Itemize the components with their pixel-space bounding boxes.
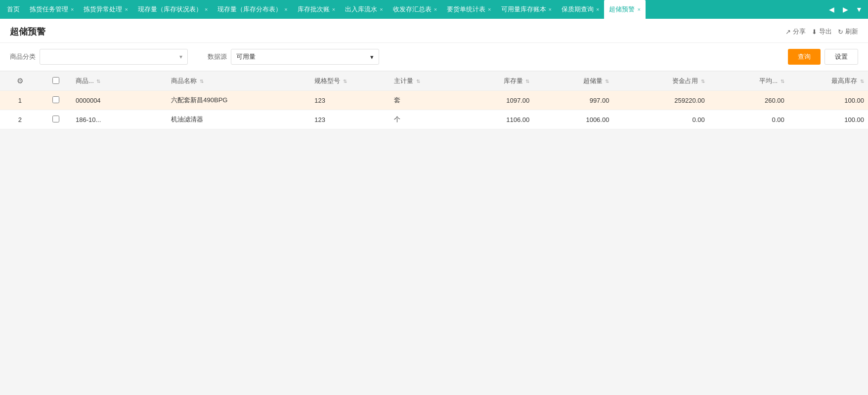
export-icon: ⬇ — [812, 28, 817, 36]
nav-item-overstock[interactable]: 超储预警 × — [604, 0, 645, 19]
nav-item-home[interactable]: 首页 — [2, 0, 25, 19]
col-stock-header[interactable]: 库存量 ⇅ — [454, 72, 533, 91]
export-button[interactable]: ⬇ 导出 — [812, 27, 832, 36]
row-checkbox-cell — [40, 91, 72, 110]
row-stock: 1106.00 — [454, 110, 533, 129]
sort-icon: ⇅ — [525, 79, 529, 84]
row-over: 997.00 — [533, 91, 613, 110]
sort-icon: ⇅ — [96, 79, 100, 84]
select-all-checkbox[interactable] — [52, 77, 59, 84]
table-area: ⚙ 商品... ⇅ 商品名称 ⇅ 规格型号 ⇅ 主计量 — [0, 71, 868, 129]
data-table: ⚙ 商品... ⇅ 商品名称 ⇅ 规格型号 ⇅ 主计量 — [0, 71, 868, 129]
query-button[interactable]: 查询 — [788, 49, 821, 65]
col-code-header[interactable]: 商品... ⇅ — [72, 72, 167, 91]
category-filter: 商品分类 ▾ — [10, 49, 188, 65]
row-checkbox[interactable] — [52, 116, 59, 122]
nav-item-order-stats[interactable]: 要货单统计表 × — [442, 0, 496, 19]
col-checkbox-header — [40, 72, 72, 91]
row-capital: 0.00 — [613, 110, 708, 129]
col-avg-header[interactable]: 平均... ⇅ — [709, 72, 788, 91]
row-num: 1 — [0, 91, 40, 110]
chevron-down-icon: ▾ — [179, 53, 182, 60]
table-row: 2 186-10... 机油滤清器 123 个 1106.00 1006.00 … — [0, 110, 868, 129]
share-button[interactable]: ↗ 分享 — [785, 27, 806, 36]
sort-icon: ⇅ — [605, 79, 609, 84]
nav-next-button[interactable]: ▶ — [838, 0, 852, 19]
nav-more-button[interactable]: ▼ — [852, 0, 866, 19]
settings-button[interactable]: 设置 — [825, 49, 858, 65]
sort-icon: ⇅ — [416, 79, 420, 84]
sort-icon: ⇅ — [343, 79, 347, 84]
close-icon[interactable]: × — [71, 6, 74, 12]
nav-arrows: ◀ ▶ ▼ — [825, 0, 866, 19]
close-icon[interactable]: × — [637, 6, 640, 12]
datasource-value: 可用量 — [236, 52, 256, 61]
nav-prev-button[interactable]: ◀ — [825, 0, 838, 19]
datasource-filter: 数据源 可用量 ▾ — [198, 49, 379, 65]
row-checkbox-cell — [40, 110, 72, 129]
refresh-icon: ↻ — [838, 28, 843, 36]
sort-icon: ⇅ — [701, 79, 705, 84]
row-maxstock: 100.00 — [788, 110, 868, 129]
close-icon[interactable]: × — [205, 6, 208, 12]
page-title: 超储预警 — [10, 26, 45, 38]
close-icon[interactable]: × — [125, 6, 128, 12]
row-over: 1006.00 — [533, 110, 613, 129]
datasource-label: 数据源 — [208, 52, 227, 61]
nav-item-stock-status[interactable]: 现存量（库存状况表） × — [133, 0, 213, 19]
row-avg: 0.00 — [709, 110, 788, 129]
row-unit: 套 — [390, 91, 454, 110]
filter-actions: 查询 设置 — [788, 49, 858, 65]
row-code: 186-10... — [72, 110, 167, 129]
row-checkbox[interactable] — [52, 96, 59, 103]
nav-item-summary[interactable]: 收发存汇总表 × — [388, 0, 442, 19]
close-icon[interactable]: × — [284, 6, 287, 12]
col-maxstock-header[interactable]: 最高库存 ⇅ — [788, 72, 868, 91]
sort-icon: ⇅ — [860, 79, 864, 84]
sort-icon: ⇅ — [781, 79, 784, 84]
header-actions: ↗ 分享 ⬇ 导出 ↻ 刷新 — [785, 27, 858, 36]
col-name-header[interactable]: 商品名称 ⇅ — [167, 72, 310, 91]
chevron-down-icon: ▾ — [370, 53, 374, 61]
close-icon[interactable]: × — [488, 6, 491, 12]
close-icon[interactable]: × — [332, 6, 335, 12]
row-name: 六配套新昌490BPG — [167, 91, 310, 110]
row-stock: 1097.00 — [454, 91, 533, 110]
col-capital-header[interactable]: 资金占用 ⇅ — [613, 72, 708, 91]
nav-item-stock-dist[interactable]: 现存量（库存分布表） × — [213, 0, 292, 19]
col-spec-header[interactable]: 规格型号 ⇅ — [310, 72, 390, 91]
close-icon[interactable]: × — [380, 6, 383, 12]
nav-item-expiry[interactable]: 保质期查询 × — [557, 0, 604, 19]
page-header: 超储预警 ↗ 分享 ⬇ 导出 ↻ 刷新 — [0, 19, 868, 43]
nav-item-batch[interactable]: 库存批次账 × — [293, 0, 340, 19]
close-icon[interactable]: × — [549, 6, 552, 12]
nav-item-task[interactable]: 拣货任务管理 × — [25, 0, 79, 19]
nav-item-inout[interactable]: 出入库流水 × — [340, 0, 388, 19]
row-code: 0000004 — [72, 91, 167, 110]
col-over-header[interactable]: 超储量 ⇅ — [533, 72, 613, 91]
datasource-select[interactable]: 可用量 ▾ — [231, 49, 379, 65]
row-capital: 259220.00 — [613, 91, 708, 110]
gear-icon[interactable]: ⚙ — [17, 77, 23, 85]
category-label: 商品分类 — [10, 52, 36, 61]
nav-item-available[interactable]: 可用量库存账本 × — [496, 0, 557, 19]
col-unit-header[interactable]: 主计量 ⇅ — [390, 72, 454, 91]
refresh-button[interactable]: ↻ 刷新 — [838, 27, 858, 36]
close-icon[interactable]: × — [434, 6, 437, 12]
row-spec: 123 — [310, 91, 390, 110]
col-gear-header: ⚙ — [0, 72, 40, 91]
table-body: 1 0000004 六配套新昌490BPG 123 套 1097.00 997.… — [0, 91, 868, 129]
category-select[interactable]: ▾ — [40, 49, 188, 65]
row-unit: 个 — [390, 110, 454, 129]
share-icon: ↗ — [785, 28, 791, 36]
row-avg: 260.00 — [709, 91, 788, 110]
row-spec: 123 — [310, 110, 390, 129]
close-icon[interactable]: × — [596, 6, 599, 12]
nav-bar: 首页 拣货任务管理 × 拣货异常处理 × 现存量（库存状况表） × 现存量（库存… — [0, 0, 868, 19]
filter-area: 商品分类 ▾ 数据源 可用量 ▾ 查询 设置 — [0, 43, 868, 71]
nav-item-abnormal[interactable]: 拣货异常处理 × — [79, 0, 132, 19]
table-header-row: ⚙ 商品... ⇅ 商品名称 ⇅ 规格型号 ⇅ 主计量 — [0, 72, 868, 91]
row-name: 机油滤清器 — [167, 110, 310, 129]
row-num: 2 — [0, 110, 40, 129]
sort-icon: ⇅ — [200, 79, 204, 84]
